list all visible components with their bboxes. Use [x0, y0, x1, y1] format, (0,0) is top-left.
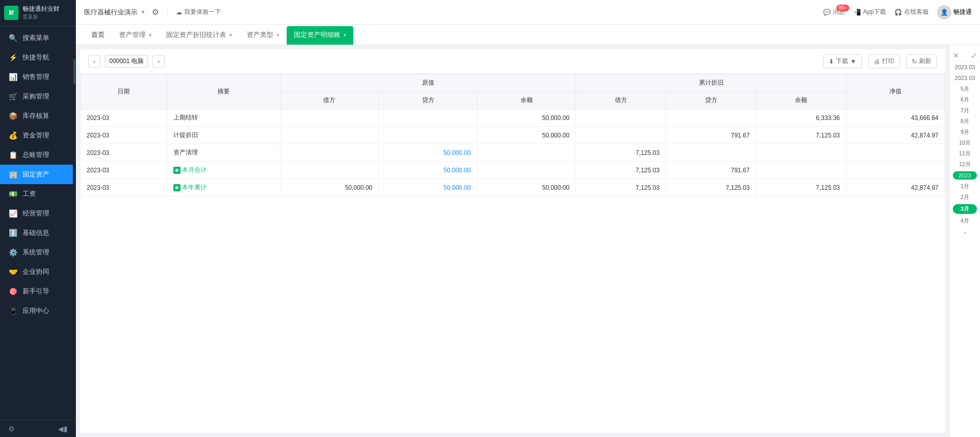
- table-wrapper: 日期 摘要 原值 累计折旧 净值 借方 贷方 余额 借方 贷方 余额: [80, 74, 945, 433]
- company-settings-icon[interactable]: ⚙: [152, 7, 159, 17]
- sidebar-item-salary[interactable]: 💵 工资: [0, 184, 73, 204]
- experience-button[interactable]: ☁ 我要体验一下: [176, 8, 221, 16]
- customer-service-button[interactable]: 🎧 在线客服: [894, 8, 929, 16]
- guide-icon: 🎯: [8, 287, 17, 295]
- info-icon: ℹ️: [8, 229, 17, 237]
- sidebar-item-enterprise[interactable]: 🤝 企业协同: [0, 262, 73, 282]
- current-month-item[interactable]: 3月: [953, 204, 977, 214]
- cell-ov-debit: [280, 162, 378, 179]
- month-item[interactable]: 12月: [950, 159, 980, 170]
- sidebar-item-app-center[interactable]: 📱 应用中心: [0, 301, 73, 321]
- sidebar-item-search[interactable]: 🔍 搜索菜单: [0, 28, 73, 48]
- app-download-button[interactable]: 📲 App下载: [853, 8, 886, 16]
- sidebar-item-inventory[interactable]: 📦 库存核算: [0, 106, 73, 126]
- cell-net-value: 43,666.64: [846, 109, 945, 127]
- month-item[interactable]: 5月: [950, 84, 980, 94]
- tab-close-icon[interactable]: ×: [344, 32, 347, 38]
- app-download-label: App下载: [863, 8, 886, 16]
- panel-close-icon[interactable]: ✕: [953, 51, 959, 59]
- cell-ad-debit: [576, 109, 666, 127]
- sidebar-item-label: 新手引导: [23, 287, 49, 296]
- tab-depreciation[interactable]: 固定资产折旧统计表 ×: [159, 26, 239, 45]
- sidebar-item-fixed-assets[interactable]: 🏢 固定资产: [0, 165, 73, 184]
- scroll-down-icon[interactable]: ⌄: [950, 226, 980, 237]
- cell-ov-debit: [280, 127, 378, 144]
- cell-ov-debit: [280, 144, 378, 162]
- cell-net-value: [846, 162, 945, 179]
- cell-summary[interactable]: ▣本月合计: [167, 162, 281, 179]
- col-net-value-header: 净值: [846, 74, 945, 109]
- table-row: 2023-03 ▣本年累计 50,000.00 50,000.00 50,000…: [81, 179, 945, 196]
- sales-icon: 📊: [8, 73, 17, 81]
- sidebar-item-finance[interactable]: 💰 资金管理: [0, 126, 73, 145]
- sidebar-item-label: 销售管理: [23, 72, 49, 82]
- sidebar-item-basic-info[interactable]: ℹ️ 基础信息: [0, 223, 73, 243]
- collapse-icon[interactable]: ◀▮: [58, 425, 68, 433]
- year-header[interactable]: 2023: [953, 171, 977, 180]
- month-item[interactable]: 6月: [950, 94, 980, 105]
- user-menu[interactable]: 👤 畅捷通: [937, 5, 972, 19]
- sidebar-item-label: 采购管理: [23, 92, 49, 101]
- company-selector[interactable]: 医疗器械行业演示 ▼: [84, 8, 146, 17]
- month-item[interactable]: 4月: [950, 215, 980, 226]
- tab-asset-type[interactable]: 资产类型 ×: [239, 26, 287, 45]
- col-original-value-header: 原值: [280, 74, 575, 92]
- tab-close-icon[interactable]: ×: [276, 32, 279, 38]
- cell-ov-credit: 50,000.00: [379, 179, 477, 196]
- prev-asset-button[interactable]: ‹: [88, 55, 101, 68]
- sidebar-item-guide[interactable]: 🎯 新手引导: [0, 282, 73, 301]
- month-item[interactable]: 10月: [950, 137, 980, 148]
- table-row: 2023-03 计提折旧 50,000.00 791.67 7,125.03 4…: [81, 127, 945, 144]
- month-item[interactable]: 11月: [950, 148, 980, 159]
- next-asset-button[interactable]: ›: [152, 55, 165, 68]
- flash-icon: ⚡: [8, 53, 17, 62]
- sidebar: 财 畅捷通好业财 普及版 🔍 搜索菜单 ⚡ 快捷导航 📊 销售管理 🛒 采购管理: [0, 0, 76, 437]
- sidebar-scrollbar[interactable]: [73, 59, 75, 85]
- settings-icon[interactable]: ⚙: [8, 425, 15, 433]
- salary-icon: 💵: [8, 190, 17, 198]
- cell-ad-balance: 7,125.03: [756, 179, 846, 196]
- tab-label: 资产管理: [119, 30, 146, 39]
- sidebar-footer: ⚙ ◀▮: [0, 420, 76, 437]
- cell-ov-credit: 50,000.00: [379, 162, 477, 179]
- print-icon: 🖨: [874, 58, 880, 65]
- sidebar-item-sales[interactable]: 📊 销售管理: [0, 67, 73, 87]
- cell-date: 2023-03: [81, 144, 167, 162]
- message-badge: 99+: [836, 5, 849, 11]
- month-item[interactable]: 8月: [950, 116, 980, 127]
- cell-ov-balance: 50,000.00: [477, 109, 576, 127]
- month-item[interactable]: 7月: [950, 105, 980, 116]
- sidebar-item-ledger[interactable]: 📋 总账管理: [0, 145, 73, 165]
- cell-net-value: 42,874.97: [846, 127, 945, 144]
- month-item[interactable]: 1月: [950, 181, 980, 192]
- sidebar-item-operation[interactable]: 📈 经营管理: [0, 204, 73, 223]
- finance-icon: 💰: [8, 131, 17, 140]
- sidebar-item-system[interactable]: ⚙️ 系统管理: [0, 243, 73, 262]
- sidebar-item-quick-nav[interactable]: ⚡ 快捷导航: [0, 48, 73, 67]
- month-item[interactable]: 9月: [950, 127, 980, 137]
- cell-date: 2023-03: [81, 109, 167, 127]
- customer-service-label: 在线客服: [904, 8, 929, 16]
- cell-summary: 计提折旧: [167, 127, 281, 144]
- right-panel-date1: 2023.03: [954, 62, 976, 73]
- download-icon: ⬇: [829, 58, 834, 65]
- cell-ad-credit: [666, 144, 756, 162]
- sidebar-item-label: 企业协同: [23, 267, 49, 276]
- download-button[interactable]: ⬇ 下载 ▼: [823, 54, 862, 68]
- tab-fixed-asset-detail[interactable]: 固定资产明细账 ×: [287, 26, 354, 45]
- sidebar-item-purchase[interactable]: 🛒 采购管理: [0, 87, 73, 106]
- topbar-right: 💬 消息 99+ 📲 App下载 🎧 在线客服 👤 畅捷通: [823, 5, 972, 19]
- message-icon: 💬: [823, 9, 831, 16]
- cell-ov-balance: [477, 144, 576, 162]
- message-button[interactable]: 💬 消息 99+: [823, 8, 845, 16]
- tab-asset-mgmt[interactable]: 资产管理 ×: [112, 26, 159, 45]
- cell-summary[interactable]: ▣本年累计: [167, 179, 281, 196]
- print-button[interactable]: 🖨 打印: [868, 54, 900, 68]
- cell-net-value: [846, 144, 945, 162]
- month-item[interactable]: 2月: [950, 192, 980, 203]
- tab-close-icon[interactable]: ×: [149, 32, 152, 38]
- refresh-button[interactable]: ↻ 刷新: [906, 54, 937, 68]
- tab-home[interactable]: 首页: [84, 26, 112, 45]
- panel-expand-icon[interactable]: ⤢: [971, 51, 977, 59]
- tab-close-icon[interactable]: ×: [229, 32, 232, 38]
